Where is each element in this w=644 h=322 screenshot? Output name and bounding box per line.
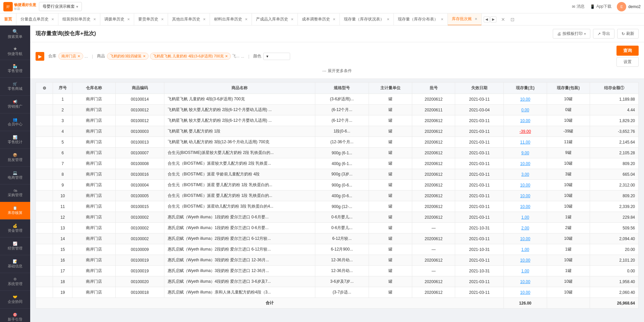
sidebar-item-inventory[interactable]: 📋 库存核算 <box>0 202 30 220</box>
product-ellipsis[interactable]: ... <box>241 54 244 59</box>
cell-settings[interactable] <box>36 233 53 244</box>
tab-tiaopo[interactable]: 调拨单历史 ✕ <box>100 13 134 25</box>
color-selector[interactable]: ▾ <box>263 53 290 60</box>
tab-xianzai1[interactable]: 现存量（库存状况表） ✕ <box>340 13 394 25</box>
sidebar-item-operations[interactable]: 📈 经营管理 <box>0 237 30 255</box>
tab-home[interactable]: 首页 <box>0 13 16 25</box>
cell-stock-main[interactable]: -39.00 <box>504 126 547 137</box>
cell-settings[interactable] <box>36 255 53 266</box>
tab-qita[interactable]: 其他出库单历史 ✕ <box>168 13 210 25</box>
maximize-button[interactable]: ⊡ <box>508 17 517 22</box>
close-all-tabs-button[interactable]: ✕ <box>498 17 508 22</box>
expand-more-button[interactable]: ⋯ 展开更多条件 <box>36 67 639 75</box>
sidebar-item-system[interactable]: ⚙ 系统管理 <box>0 273 30 291</box>
export-button[interactable]: ↗ 导出 <box>593 29 614 39</box>
cell-stock-main[interactable]: 9.00 <box>504 148 547 158</box>
sidebar-item-wholesale[interactable]: 📦 批发管理 <box>0 149 30 167</box>
remove-product-tag-2-icon[interactable]: ✕ <box>225 54 228 58</box>
sidebar-item-stats[interactable]: 📊 零售统计 <box>0 131 30 149</box>
settings-button[interactable]: 设置 <box>616 57 639 67</box>
cell-settings[interactable] <box>36 126 53 137</box>
warehouse-tag[interactable]: 南岸门店 ✕ <box>58 53 83 60</box>
cell-settings[interactable] <box>36 158 53 169</box>
cell-stock-main[interactable]: 0.00 <box>504 105 547 115</box>
sidebar-item-basics[interactable]: 📝 基础信息 <box>0 255 30 273</box>
sidebar-item-search[interactable]: 🔍 搜索英单 <box>0 25 30 43</box>
cell-settings[interactable] <box>36 244 53 255</box>
cell-stock-main[interactable]: 10.00 <box>504 233 547 244</box>
tab-zucai[interactable]: 组装拆卸单历史 ✕ <box>58 13 100 25</box>
cell-stock-main[interactable]: 1.00 <box>504 266 547 276</box>
close-xianzai1-icon[interactable]: ✕ <box>387 17 389 21</box>
tab-next-arrow[interactable]: ▶ <box>490 16 496 22</box>
cell-stock-main[interactable]: 10.00 <box>504 276 547 287</box>
cell-settings[interactable] <box>36 115 53 126</box>
query-button[interactable]: 查询 <box>616 46 639 56</box>
tab-chengben[interactable]: 成本调整单历史 ✕ <box>298 13 340 25</box>
industry-selector[interactable]: 母婴行业演示账套 ▾ <box>39 2 82 11</box>
cell-settings[interactable] <box>36 266 53 276</box>
tab-fenku[interactable]: 分量盘点单历史 ✕ <box>16 13 58 25</box>
close-kupicici-icon[interactable]: ✕ <box>475 17 477 21</box>
cell-stock-main[interactable]: 1.00 <box>504 244 547 255</box>
tab-xianzai2[interactable]: 现存量（库存分布表） ✕ <box>394 13 448 25</box>
cell-stock-main[interactable]: 10.00 <box>504 255 547 266</box>
cell-stock-main[interactable]: 10.00 <box>504 201 547 212</box>
cell-stock-main[interactable]: 10.00 <box>504 180 547 191</box>
close-zucai-icon[interactable]: ✕ <box>93 17 96 21</box>
cell-stock-main[interactable]: 11.00 <box>504 137 547 148</box>
cell-settings[interactable] <box>36 105 53 115</box>
tab-prev-arrow[interactable]: ◀ <box>484 16 490 22</box>
cell-stock-main[interactable]: 10.00 <box>504 94 547 105</box>
cell-stock-main[interactable]: 3.00 <box>504 169 547 180</box>
close-tiaopo-icon[interactable]: ✕ <box>127 17 130 21</box>
cell-settings[interactable] <box>36 276 53 287</box>
cell-settings[interactable] <box>36 191 53 201</box>
cell-settings[interactable] <box>36 212 53 223</box>
cell-settings[interactable] <box>36 148 53 158</box>
product-more[interactable]: 飞... <box>232 53 239 59</box>
product-tag-2[interactable]: 飞鹤星飞帆 儿童奶粉 4段(3-6岁适用) 700克 ✕ <box>150 53 231 60</box>
product-tag-1[interactable]: 飞鹤奶粉3段四罐装 ✕ <box>107 53 149 60</box>
remove-product-tag-1-icon[interactable]: ✕ <box>143 54 146 58</box>
cell-stock-main[interactable]: 2.00 <box>504 223 547 233</box>
sidebar-item-newguide[interactable]: 🎯 新手引导 <box>0 309 30 322</box>
close-chengben-icon[interactable]: ✕ <box>333 17 335 21</box>
sidebar-item-marketing[interactable]: 📢 营销推广 <box>0 96 30 113</box>
cell-stock-main[interactable]: 10.00 <box>504 115 547 126</box>
cell-stock-main[interactable]: 10.00 <box>504 191 547 201</box>
sidebar-item-ecommerce[interactable]: 💻 电商管理 <box>0 167 30 184</box>
close-chancheng-icon[interactable]: ✕ <box>291 17 293 21</box>
user-area[interactable]: E demo2 <box>617 2 641 11</box>
sidebar-item-purchase[interactable]: 🛍 采购管理 <box>0 184 30 202</box>
sidebar-item-quicknav[interactable]: ★ 快捷导航 <box>0 43 30 60</box>
remove-warehouse-tag-icon[interactable]: ✕ <box>77 54 80 58</box>
cell-settings[interactable] <box>36 180 53 191</box>
cell-settings[interactable] <box>36 137 53 148</box>
print-button[interactable]: 🖨 按模板打印 ▾ <box>553 29 590 39</box>
sidebar-item-retailshop[interactable]: 🛒 零售商城 <box>0 78 30 96</box>
close-xianzai2-icon[interactable]: ✕ <box>441 17 443 21</box>
close-fenku-icon[interactable]: ✕ <box>51 17 54 21</box>
refresh-button[interactable]: ↻ 刷新 <box>617 29 639 39</box>
tab-cailiao[interactable]: 材料出库单历史 ✕ <box>210 13 252 25</box>
warehouse-more[interactable]: ... <box>85 54 88 59</box>
sidebar-item-retail[interactable]: 🏪 零售管理 <box>0 60 30 78</box>
col-settings[interactable]: ⚙ <box>36 83 53 94</box>
cell-settings[interactable] <box>36 287 53 298</box>
message-button[interactable]: ✉ 消息 <box>572 4 585 9</box>
tab-yaohuo[interactable]: 要货单历史 ✕ <box>134 13 168 25</box>
sidebar-item-members[interactable]: 👥 会员中心 <box>0 113 30 131</box>
cell-stock-main[interactable]: 10.00 <box>504 287 547 298</box>
cell-stock-main[interactable]: 10.00 <box>504 158 547 169</box>
sidebar-item-enterprise[interactable]: 🤝 企业协同 <box>0 291 30 309</box>
sidebar-item-finance[interactable]: 💰 资金管理 <box>0 220 30 237</box>
filter-expand-button[interactable]: ▶ <box>36 52 44 61</box>
tab-chancheng[interactable]: 产成品入库单历史 ✕ <box>252 13 298 25</box>
cell-settings[interactable] <box>36 201 53 212</box>
close-qita-icon[interactable]: ✕ <box>203 17 206 21</box>
app-download-button[interactable]: 📱 App下载 <box>590 4 611 9</box>
close-yaohuo-icon[interactable]: ✕ <box>161 17 164 21</box>
cell-settings[interactable] <box>36 169 53 180</box>
tab-kupicici[interactable]: 库存批次账 ✕ <box>448 13 482 25</box>
